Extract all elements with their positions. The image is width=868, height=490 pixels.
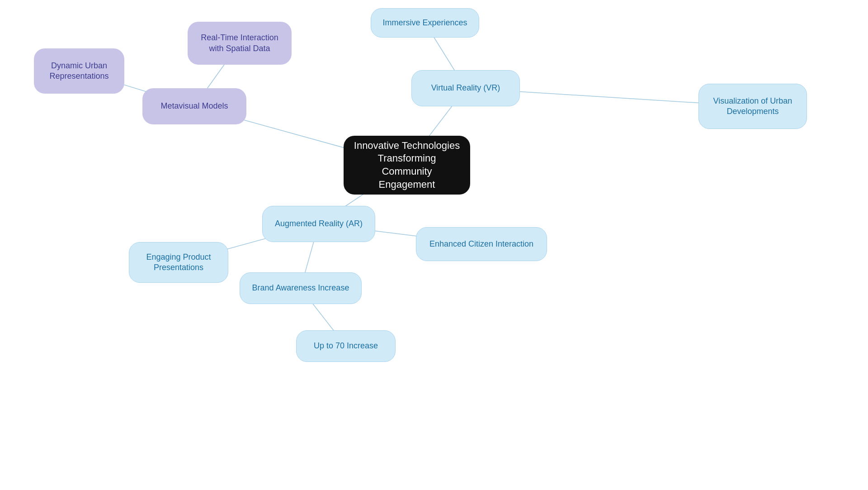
visualization-node[interactable]: Visualization of Urban Developments [698,84,807,129]
engaging-node-label: Engaging Product Presentations [138,252,219,273]
upto70-node[interactable]: Up to 70 Increase [296,330,396,362]
brand-node[interactable]: Brand Awareness Increase [240,272,362,304]
vr-node-label: Virtual Reality (VR) [431,83,500,93]
brand-node-label: Brand Awareness Increase [252,283,349,293]
immersive-node[interactable]: Immersive Experiences [371,8,479,38]
metavisual-node[interactable]: Metavisual Models [142,88,246,124]
center-node-label: Innovative Technologies Transforming Com… [353,139,461,191]
engaging-node[interactable]: Engaging Product Presentations [129,242,228,283]
dynamic-node-label: Dynamic Urban Representations [43,61,115,82]
enhanced-node-label: Enhanced Citizen Interaction [429,239,533,249]
upto70-node-label: Up to 70 Increase [314,341,378,351]
realtime-node-label: Real-Time Interaction with Spatial Data [197,33,283,54]
ar-node-label: Augmented Reality (AR) [275,219,363,229]
ar-node[interactable]: Augmented Reality (AR) [262,206,375,242]
vr-node[interactable]: Virtual Reality (VR) [411,70,520,106]
realtime-node[interactable]: Real-Time Interaction with Spatial Data [188,22,292,65]
visualization-node-label: Visualization of Urban Developments [708,96,797,117]
enhanced-node[interactable]: Enhanced Citizen Interaction [416,227,547,261]
immersive-node-label: Immersive Experiences [382,18,467,28]
dynamic-node[interactable]: Dynamic Urban Representations [34,48,124,94]
metavisual-node-label: Metavisual Models [160,101,228,111]
center-node[interactable]: Innovative Technologies Transforming Com… [344,136,470,195]
